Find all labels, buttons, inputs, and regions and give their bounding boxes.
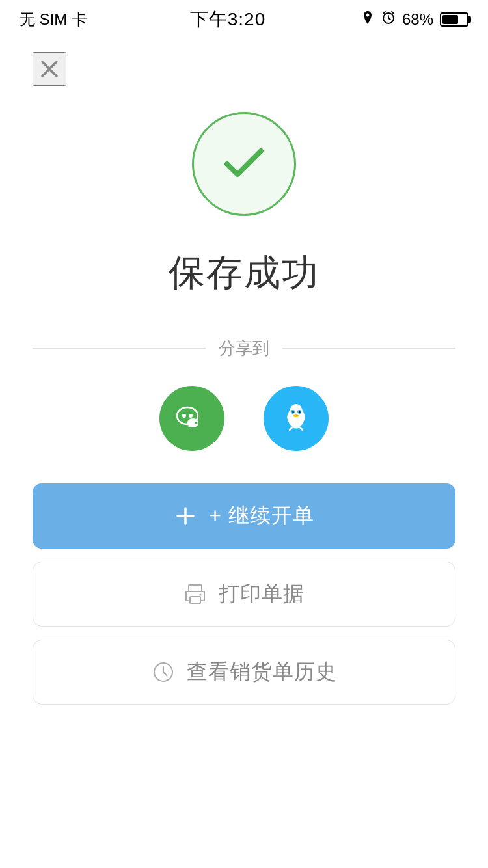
history-label: 查看销货单历史 — [187, 658, 337, 686]
status-bar: 无 SIM 卡 下午3:20 68% — [0, 0, 488, 39]
status-left: 无 SIM 卡 — [20, 9, 95, 30]
svg-point-12 — [292, 411, 293, 413]
svg-point-21 — [200, 594, 202, 596]
svg-point-7 — [199, 422, 202, 424]
action-buttons: + 继续开单 打印单据 查看销货单历史 — [33, 483, 455, 705]
check-icon — [218, 137, 270, 191]
battery-icon — [440, 12, 468, 27]
share-section: 分享到 — [33, 337, 455, 451]
print-button[interactable]: 打印单据 — [33, 562, 455, 627]
wechat-share-button[interactable] — [159, 386, 224, 451]
svg-point-16 — [300, 413, 305, 421]
location-icon — [360, 10, 375, 29]
share-divider: 分享到 — [33, 337, 455, 360]
qq-share-button[interactable] — [264, 386, 329, 451]
main-content: 保存成功 分享到 — [0, 99, 488, 868]
close-button[interactable] — [33, 52, 66, 86]
continue-label: + 继续开单 — [209, 502, 314, 530]
svg-point-17 — [293, 426, 299, 429]
share-label: 分享到 — [219, 337, 269, 360]
svg-rect-20 — [190, 597, 200, 603]
carrier-text: 无 SIM 卡 — [20, 9, 87, 30]
status-right: 68% — [360, 10, 468, 29]
battery-percent: 68% — [402, 10, 433, 29]
continue-order-button[interactable]: + 继续开单 — [33, 483, 455, 549]
svg-point-5 — [189, 414, 193, 418]
plus-icon — [174, 504, 197, 528]
alarm-icon — [381, 10, 396, 29]
history-button[interactable]: 查看销货单历史 — [33, 640, 455, 705]
svg-point-15 — [287, 413, 292, 421]
svg-rect-19 — [189, 585, 202, 591]
svg-point-18 — [293, 414, 299, 417]
print-icon — [183, 582, 207, 606]
svg-point-13 — [299, 411, 300, 413]
svg-point-6 — [195, 422, 198, 424]
close-area — [0, 39, 488, 99]
success-title: 保存成功 — [169, 249, 319, 298]
history-icon — [152, 660, 175, 684]
success-circle — [192, 112, 296, 216]
time-display: 下午3:20 — [190, 7, 266, 32]
print-label: 打印单据 — [219, 580, 305, 608]
share-buttons — [33, 386, 455, 451]
svg-point-4 — [182, 414, 186, 418]
